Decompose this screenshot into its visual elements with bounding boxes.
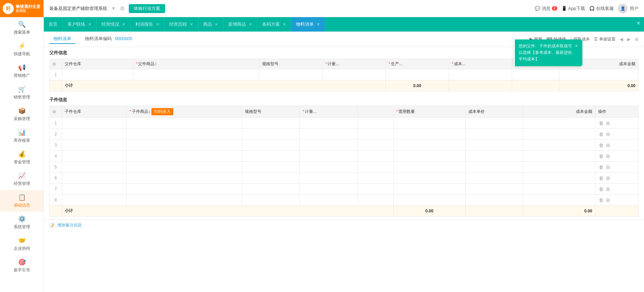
nav-tab-close-4[interactable]: ✕ — [190, 22, 193, 27]
delete-row-icon-1[interactable]: 🗑 — [599, 120, 604, 126]
child-warehouse-cell-6[interactable] — [62, 173, 127, 184]
child-qty-cell-6[interactable] — [393, 173, 465, 184]
child-unit-price-cell-2[interactable] — [466, 129, 523, 140]
child-spec-cell-4[interactable] — [242, 151, 299, 162]
child-product-cell-7[interactable] — [127, 184, 242, 195]
copy-row-icon-4[interactable]: ⊞ — [606, 153, 610, 159]
child-unit-cell-7[interactable] — [300, 184, 357, 195]
nav-tab-close-3[interactable]: ✕ — [156, 22, 159, 27]
child-qty-cell-8[interactable] — [393, 195, 465, 206]
nav-tab-5[interactable]: 商品✕ — [198, 17, 223, 32]
child-unit-cell-6[interactable] — [300, 173, 357, 184]
parent-cost-cell[interactable] — [449, 69, 512, 80]
copy-row-icon-8[interactable]: ⊞ — [606, 197, 610, 203]
child-spec-cell-6[interactable] — [242, 173, 299, 184]
nav-tab-close-7[interactable]: ✕ — [283, 22, 286, 27]
nav-tab-0[interactable]: 首页 — [44, 17, 63, 32]
child-spec-cell-8[interactable] — [242, 195, 299, 206]
copy-row-icon-6[interactable]: ⊞ — [606, 175, 610, 181]
user-menu[interactable]: 👤 用户 — [618, 4, 639, 13]
child-product-cell-8[interactable] — [127, 195, 242, 206]
delete-row-icon-3[interactable]: 🗑 — [599, 142, 604, 148]
child-product-cell-4[interactable] — [127, 151, 242, 162]
child-unit-price-cell-4[interactable] — [466, 151, 523, 162]
delete-row-icon-4[interactable]: 🗑 — [599, 153, 604, 159]
online-service-action[interactable]: 🎧 在线客服 — [589, 5, 614, 12]
nav-tab-7[interactable]: 条码方案✕ — [257, 17, 291, 32]
nav-tab-4[interactable]: 经营历程✕ — [164, 17, 198, 32]
child-warehouse-cell-3[interactable] — [62, 140, 127, 151]
copy-row-icon-3[interactable]: ⊞ — [606, 142, 610, 148]
trial-button[interactable]: 体验行业方案 — [129, 4, 165, 13]
child-qty-cell-2[interactable] — [393, 129, 465, 140]
sub-tab-bom[interactable]: 物料清单 — [49, 34, 75, 44]
tooltip-close-button[interactable]: × — [575, 43, 578, 49]
copy-row-icon-2[interactable]: ⊞ — [606, 131, 610, 137]
nav-tab-close-2[interactable]: ✕ — [122, 22, 125, 27]
child-col-settings-icon[interactable]: ⚙ — [52, 109, 56, 114]
child-product-cell-2[interactable] — [127, 129, 242, 140]
parent-spec-cell[interactable] — [259, 69, 322, 80]
nav-tab-close-5[interactable]: ✕ — [215, 22, 218, 27]
child-spec-cell-3[interactable] — [242, 140, 299, 151]
nav-tab-1[interactable]: 客户联络✕ — [63, 17, 97, 32]
child-warehouse-cell-7[interactable] — [62, 184, 127, 195]
child-qty-cell-1[interactable] — [393, 118, 465, 129]
child-product-cell-5[interactable] — [127, 162, 242, 173]
sidebar-item-5[interactable]: 📊库存核算 — [0, 125, 44, 147]
child-unit-cell-4[interactable] — [300, 151, 357, 162]
delete-row-icon-7[interactable]: 🗑 — [599, 186, 604, 192]
message-action[interactable]: 💬 消息 6 — [535, 5, 557, 12]
sidebar-item-11[interactable]: 🎯新手引导 — [0, 255, 44, 277]
child-qty-cell-3[interactable] — [393, 140, 465, 151]
sidebar-item-4[interactable]: 📦采购管理 — [0, 104, 44, 125]
child-qty-cell-7[interactable] — [393, 184, 465, 195]
nav-tab-3[interactable]: 利润报告✕ — [131, 17, 164, 32]
sidebar-item-3[interactable]: 🛒销售管理 — [0, 82, 44, 104]
sidebar-item-7[interactable]: 📈经营管理 — [0, 168, 44, 190]
copy-row-icon-5[interactable]: ⊞ — [606, 164, 610, 170]
child-unit-cell-5[interactable] — [300, 162, 357, 173]
nav-tab-close-1[interactable]: ✕ — [88, 22, 91, 27]
nav-next-icon[interactable]: ▶ — [627, 37, 631, 42]
grid-icon[interactable]: ⊞ — [635, 37, 639, 42]
sidebar-item-8[interactable]: 📋基础信息 — [0, 190, 44, 212]
scan-input-button[interactable]: 扫码录入 — [151, 108, 173, 115]
child-warehouse-cell-8[interactable] — [62, 195, 127, 206]
sidebar-item-6[interactable]: 💰资金管理 — [0, 147, 44, 168]
delete-row-icon-2[interactable]: 🗑 — [599, 131, 604, 137]
nav-tab-close-8[interactable]: ✕ — [317, 22, 320, 27]
parent-warehouse-cell[interactable] — [62, 69, 133, 80]
child-qty-cell-4[interactable] — [393, 151, 465, 162]
sidebar-item-9[interactable]: ⚙️系统管理 — [0, 212, 44, 233]
child-spec-cell-7[interactable] — [242, 184, 299, 195]
doc-settings-action[interactable]: ☰ 单据设置 — [594, 36, 616, 42]
child-warehouse-cell-1[interactable] — [62, 118, 127, 129]
delete-row-icon-8[interactable]: 🗑 — [599, 197, 604, 203]
child-unit-price-cell-8[interactable] — [466, 195, 523, 206]
add-remark-row[interactable]: 📝 增加备注信息 — [44, 219, 644, 231]
parent-produce-cell[interactable] — [386, 69, 449, 80]
nav-tab-6[interactable]: 新增商品✕ — [223, 17, 257, 32]
copy-row-icon-7[interactable]: ⊞ — [606, 186, 610, 192]
child-unit-price-cell-3[interactable] — [466, 140, 523, 151]
child-product-cell-1[interactable] — [127, 118, 242, 129]
child-unit-cell-1[interactable] — [300, 118, 357, 129]
sidebar-item-0[interactable]: 🔍搜索菜单 — [0, 17, 44, 39]
child-product-cell-3[interactable] — [127, 140, 242, 151]
child-unit-price-cell-7[interactable] — [466, 184, 523, 195]
delete-row-icon-6[interactable]: 🗑 — [599, 175, 604, 181]
app-download-action[interactable]: 📱 App下载 — [561, 5, 585, 12]
child-unit-cell-3[interactable] — [300, 140, 357, 151]
sidebar-item-10[interactable]: 🤝企业协同 — [0, 233, 44, 255]
sidebar-item-1[interactable]: ⚡快捷导航 — [0, 39, 44, 60]
child-unit-price-cell-6[interactable] — [466, 173, 523, 184]
nav-tab-8[interactable]: 物料清单✕ — [291, 17, 325, 32]
child-unit-price-cell-5[interactable] — [466, 162, 523, 173]
child-spec-cell-2[interactable] — [242, 129, 299, 140]
child-qty-cell-5[interactable] — [393, 162, 465, 173]
dropdown-icon[interactable]: ▼ — [111, 6, 116, 11]
nav-prev-icon[interactable]: ◀ — [620, 37, 623, 42]
child-unit-cell-8[interactable] — [300, 195, 357, 206]
delete-row-icon-5[interactable]: 🗑 — [599, 164, 604, 170]
